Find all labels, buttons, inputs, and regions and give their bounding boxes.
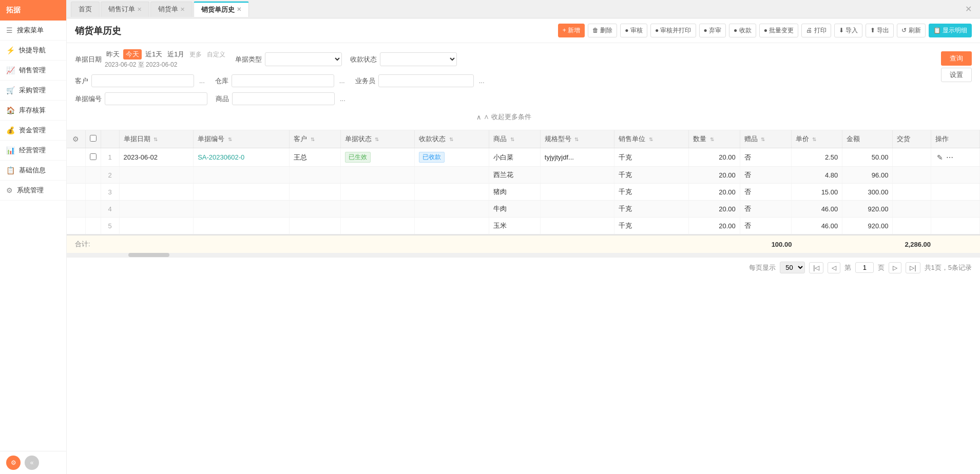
col-qty[interactable]: 数量 ⇅ <box>689 130 740 148</box>
collapse-btn[interactable]: ∧ ∧ 收起更多条件 <box>75 110 933 124</box>
tab-sales-history[interactable]: 销货单历史 ✕ <box>194 2 249 17</box>
tab-sales-order-close[interactable]: ✕ <box>137 6 142 13</box>
row-checkbox[interactable] <box>90 153 97 160</box>
collect-button[interactable]: ● 收款 <box>729 24 756 37</box>
warehouse-input[interactable] <box>232 74 334 87</box>
col-spec[interactable]: 规格型号 ⇅ <box>540 130 614 148</box>
sidebar-item-sales-mgmt[interactable]: 📈 销售管理 <box>0 61 66 81</box>
filter-docno-item: 单据编号 <box>75 92 207 105</box>
col-amount-label: 金额 <box>847 135 860 143</box>
row-checkbox-cell <box>85 201 101 218</box>
set-button[interactable]: 设置 <box>941 68 972 82</box>
row-edit-btn[interactable]: ✎ <box>935 153 945 162</box>
col-goods[interactable]: 商品 ⇅ <box>489 130 541 148</box>
salesman-input[interactable] <box>378 74 474 87</box>
tab-sales-history-label: 销货单历史 <box>201 5 235 14</box>
sidebar-item-label: 经营管理 <box>19 146 46 155</box>
settings-gear-icon[interactable]: ⚙ <box>72 135 79 143</box>
warehouse-ellipsis-btn[interactable]: ... <box>337 77 347 85</box>
col-price[interactable]: 单价 ⇅ <box>791 130 842 148</box>
ops-icon: 📊 <box>6 146 15 154</box>
doc-no-link[interactable]: SA-20230602-0 <box>198 153 244 161</box>
col-unit[interactable]: 销售单位 ⇅ <box>614 130 689 148</box>
filter-right-actions: 查询 设置 <box>941 49 972 82</box>
shortcut-today[interactable]: 今天 <box>123 49 142 60</box>
sidebar-collapse-btn[interactable]: « <box>25 456 39 470</box>
export-button[interactable]: ⬆ 导出 <box>866 24 894 37</box>
review-print-button[interactable]: ● 审核并打印 <box>650 24 696 37</box>
print-button[interactable]: 🖨 打印 <box>801 24 831 37</box>
abandon-button[interactable]: ● 弃审 <box>699 24 726 37</box>
per-page-select[interactable]: 50 <box>780 262 805 273</box>
page-prev-btn[interactable]: ◁ <box>828 262 840 273</box>
shortcut-7days[interactable]: 近1天 <box>144 49 164 60</box>
col-doc-no[interactable]: 单据编号 ⇅ <box>194 130 290 148</box>
query-button[interactable]: 查询 <box>941 51 972 66</box>
sidebar-item-purchase-mgmt[interactable]: 🛒 采购管理 <box>0 81 66 101</box>
delete-button[interactable]: 🗑 删除 <box>588 24 617 37</box>
date-label: 单据日期 <box>75 55 102 64</box>
docno-input[interactable] <box>105 92 207 105</box>
refresh-button[interactable]: ↺ 刷新 <box>897 24 925 37</box>
tab-close-all-btn[interactable]: ✕ <box>961 4 976 14</box>
select-all-checkbox[interactable] <box>90 135 97 142</box>
row-doc-no: SA-20230602-0 <box>194 148 290 167</box>
tab-sales-delivery-close[interactable]: ✕ <box>180 6 185 13</box>
page-first-btn[interactable]: |◁ <box>809 262 823 273</box>
date-range-text: 2023-06-02 至 2023-06-02 <box>105 61 227 69</box>
review-button[interactable]: ● 审核 <box>620 24 647 37</box>
sales-icon: 📈 <box>6 66 15 74</box>
sidebar-item-search-menu[interactable]: ☰ 搜索菜单 <box>0 21 66 41</box>
col-customer[interactable]: 客户 ⇅ <box>290 130 341 148</box>
col-pay-status[interactable]: 收款状态 ⇅ <box>415 130 489 148</box>
doctype-select[interactable] <box>265 52 342 66</box>
new-button[interactable]: + 新增 <box>558 24 585 37</box>
col-doc-date[interactable]: 单据日期 ⇅ <box>119 130 194 148</box>
import-button[interactable]: ⬇ 导入 <box>834 24 862 37</box>
customer-ellipsis-btn[interactable]: ... <box>197 77 207 85</box>
sidebar-item-basic-info[interactable]: 📋 基础信息 <box>0 161 66 181</box>
scroll-thumb[interactable] <box>128 253 169 257</box>
row-more-btn[interactable]: ⋯ <box>945 153 955 162</box>
row-goods: 猪肉 <box>489 184 541 201</box>
sort-gift-icon: ⇅ <box>761 136 765 142</box>
sidebar-item-inventory[interactable]: 🏠 库存核算 <box>0 101 66 121</box>
table-row: 5玉米千克20.00否46.00920.00 <box>67 218 980 234</box>
page-number-input[interactable] <box>855 262 874 273</box>
display-detail-button[interactable]: 📋 显示明细 <box>929 24 972 37</box>
scroll-track[interactable] <box>67 253 980 257</box>
tab-sales-delivery[interactable]: 销货单 ✕ <box>150 2 193 17</box>
col-doc-status[interactable]: 单据状态 ⇅ <box>340 130 415 148</box>
row-amount: 50.00 <box>842 148 893 167</box>
tab-home[interactable]: 首页 <box>71 2 100 17</box>
sidebar-item-quick-nav[interactable]: ⚡ 快捷导航 <box>0 41 66 61</box>
sidebar-item-label: 采购管理 <box>19 86 46 95</box>
goods-input[interactable] <box>232 92 335 105</box>
sidebar-item-ops-mgmt[interactable]: 📊 经营管理 <box>0 141 66 161</box>
salesman-ellipsis-btn[interactable]: ... <box>477 77 487 85</box>
col-settings[interactable]: ⚙ <box>67 130 85 148</box>
tab-sales-history-close[interactable]: ✕ <box>237 6 241 13</box>
sidebar-item-finance[interactable]: 💰 资金管理 <box>0 121 66 141</box>
shortcut-1month[interactable]: 近1月 <box>166 49 186 60</box>
col-gift[interactable]: 赠品 ⇅ <box>740 130 791 148</box>
row-trade <box>893 184 931 201</box>
shortcut-more[interactable]: 更多 <box>188 50 203 60</box>
tab-home-label: 首页 <box>79 5 92 14</box>
tab-sales-order[interactable]: 销售订单 ✕ <box>101 2 149 17</box>
col-actions-label: 操作 <box>935 135 949 143</box>
page-next-btn[interactable]: ▷ <box>889 262 901 273</box>
shortcut-custom[interactable]: 自定义 <box>205 50 227 60</box>
row-num-cell: 5 <box>101 218 119 234</box>
per-page-label: 每页显示 <box>749 263 776 272</box>
shortcut-yesterday[interactable]: 昨天 <box>105 49 121 60</box>
sidebar-item-sys-mgmt[interactable]: ⚙ 系统管理 <box>0 181 66 201</box>
goods-ellipsis-btn[interactable]: ... <box>338 95 348 103</box>
customer-input[interactable] <box>91 74 194 87</box>
paystatus-select[interactable] <box>380 52 457 66</box>
sidebar-settings-btn[interactable]: ⚙ <box>6 456 21 470</box>
filter-warehouse-item: 仓库 ... <box>215 74 347 87</box>
page-last-btn[interactable]: ▷| <box>906 262 920 273</box>
col-spec-label: 规格型号 <box>545 135 571 143</box>
batch-change-button[interactable]: ● 批量变更 <box>759 24 799 37</box>
